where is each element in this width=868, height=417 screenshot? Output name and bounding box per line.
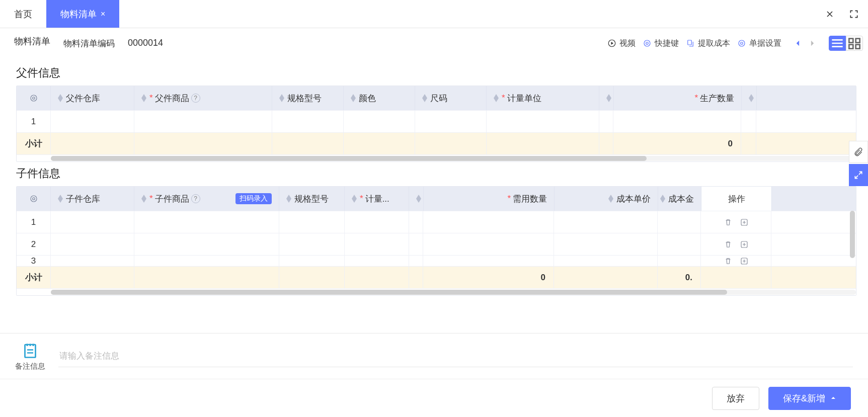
child-section-title: 子件信息 xyxy=(16,166,852,181)
parent-section-title: 父件信息 xyxy=(16,65,852,80)
svg-rect-9 xyxy=(856,45,860,49)
expand-icon[interactable] xyxy=(849,164,868,186)
parent-subtotal-qty: 0 xyxy=(613,133,741,154)
tab-home[interactable]: 首页 xyxy=(0,0,46,28)
help-icon[interactable]: ? xyxy=(191,194,200,203)
video-label: 视频 xyxy=(619,38,636,49)
parent-col-spec[interactable]: 规格型号 xyxy=(272,86,344,110)
parent-col-warehouse[interactable]: 父件仓库 xyxy=(51,86,134,110)
parent-subtotal-label: 小计 xyxy=(17,133,51,154)
svg-rect-6 xyxy=(849,39,853,43)
child-subtotal-row: 小计 0 0. xyxy=(17,266,856,288)
doc-settings-label: 单据设置 xyxy=(749,38,781,49)
chevron-up-icon xyxy=(830,393,836,403)
remarks-section: 备注信息 xyxy=(0,333,868,379)
fullscreen-icon[interactable] xyxy=(845,5,863,23)
svg-rect-8 xyxy=(849,45,853,49)
parent-h-scrollbar[interactable] xyxy=(17,154,856,161)
child-h-scrollbar[interactable] xyxy=(17,288,856,295)
child-row[interactable]: 2 xyxy=(17,233,856,255)
parent-row[interactable]: 1 xyxy=(17,110,856,132)
page-header: 物料清单 物料清单编码 0000014 视频 快捷键 提取成本 单据设置 xyxy=(0,28,868,58)
remarks-icon: 备注信息 xyxy=(15,342,45,371)
child-col-extra-sort[interactable] xyxy=(409,187,424,211)
child-col-qty[interactable]: *需用数量 xyxy=(424,187,555,211)
svg-point-13 xyxy=(32,198,35,200)
tab-bom[interactable]: 物料清单 × xyxy=(46,0,119,28)
child-col-product[interactable]: *子件商品?扫码录入 xyxy=(134,187,279,211)
close-all-icon[interactable] xyxy=(821,5,839,23)
parent-col-extra-sort[interactable] xyxy=(599,86,614,110)
discard-button[interactable]: 放弃 xyxy=(712,387,759,410)
doc-settings-button[interactable]: 单据设置 xyxy=(737,38,781,49)
breadcrumb-title: 物料清单 xyxy=(5,32,59,50)
view-list-button[interactable] xyxy=(829,36,846,51)
child-col-price[interactable]: 成本单价 xyxy=(555,187,658,211)
tab-bom-label: 物料清单 xyxy=(60,8,97,20)
add-icon[interactable] xyxy=(740,218,749,227)
svg-rect-3 xyxy=(688,40,692,45)
tab-home-label: 首页 xyxy=(14,8,32,20)
child-col-settings[interactable] xyxy=(17,187,51,211)
add-icon[interactable] xyxy=(740,257,749,266)
child-col-amount[interactable]: 成本金 xyxy=(658,187,701,211)
parent-subtotal-row: 小计 0 xyxy=(17,132,856,154)
video-button[interactable]: 视频 xyxy=(607,38,636,49)
extract-cost-label: 提取成本 xyxy=(698,38,730,49)
svg-point-11 xyxy=(32,97,35,100)
right-rail xyxy=(849,141,868,186)
svg-point-12 xyxy=(31,196,37,202)
tab-bar: 首页 物料清单 × xyxy=(0,0,868,28)
parent-grid: 父件仓库 *父件商品? 规格型号 颜色 尺码 *计量单位 *生产数量 1 小计 … xyxy=(16,86,856,162)
child-col-warehouse[interactable]: 子件仓库 xyxy=(51,187,134,211)
attachment-icon[interactable] xyxy=(849,141,868,163)
child-v-scrollbar[interactable] xyxy=(850,211,855,258)
svg-point-4 xyxy=(739,40,745,46)
parent-col-size[interactable]: 尺码 xyxy=(415,86,487,110)
view-card-button[interactable] xyxy=(846,36,863,51)
parent-col-product[interactable]: *父件商品? xyxy=(134,86,272,110)
child-subtotal-qty: 0 xyxy=(423,267,554,288)
svg-rect-17 xyxy=(25,345,36,358)
child-col-uom[interactable]: *计量... xyxy=(345,187,409,211)
parent-col-qty[interactable]: *生产数量 xyxy=(614,86,742,110)
add-icon[interactable] xyxy=(740,240,749,249)
child-subtotal-amount: 0. xyxy=(658,267,701,288)
delete-icon[interactable] xyxy=(724,257,733,266)
svg-rect-7 xyxy=(856,39,860,43)
remarks-input[interactable] xyxy=(58,345,853,367)
footer-bar: 放弃 保存&新增 xyxy=(0,379,868,417)
child-grid: 子件仓库 *子件商品?扫码录入 规格型号 *计量... *需用数量 成本单价 成… xyxy=(16,186,856,296)
svg-point-2 xyxy=(646,42,649,45)
help-icon[interactable]: ? xyxy=(191,94,200,103)
prev-record-button[interactable] xyxy=(792,37,805,50)
extract-cost-button[interactable]: 提取成本 xyxy=(686,38,730,49)
shortcut-label: 快捷键 xyxy=(655,38,679,49)
child-col-op: 操作 xyxy=(701,187,772,211)
next-record-button[interactable] xyxy=(806,37,819,50)
parent-col-last[interactable] xyxy=(742,86,757,110)
child-row[interactable]: 1 xyxy=(17,211,856,233)
code-value[interactable]: 0000014 xyxy=(122,36,182,51)
svg-point-10 xyxy=(31,95,37,101)
delete-icon[interactable] xyxy=(724,240,733,249)
code-label: 物料清单编码 xyxy=(63,38,115,49)
scan-entry-badge[interactable]: 扫码录入 xyxy=(235,193,272,204)
parent-col-color[interactable]: 颜色 xyxy=(344,86,415,110)
parent-col-settings[interactable] xyxy=(17,86,51,110)
svg-point-1 xyxy=(644,40,650,46)
save-add-button[interactable]: 保存&新增 xyxy=(768,387,851,410)
close-icon[interactable]: × xyxy=(101,10,105,19)
remarks-label: 备注信息 xyxy=(15,362,45,371)
parent-col-uom[interactable]: *计量单位 xyxy=(487,86,599,110)
parent-rownum: 1 xyxy=(17,111,51,132)
child-col-spec[interactable]: 规格型号 xyxy=(279,187,345,211)
shortcut-button[interactable]: 快捷键 xyxy=(643,38,679,49)
svg-point-5 xyxy=(741,42,743,45)
delete-icon[interactable] xyxy=(724,218,733,227)
child-row[interactable]: 3 xyxy=(17,255,856,266)
